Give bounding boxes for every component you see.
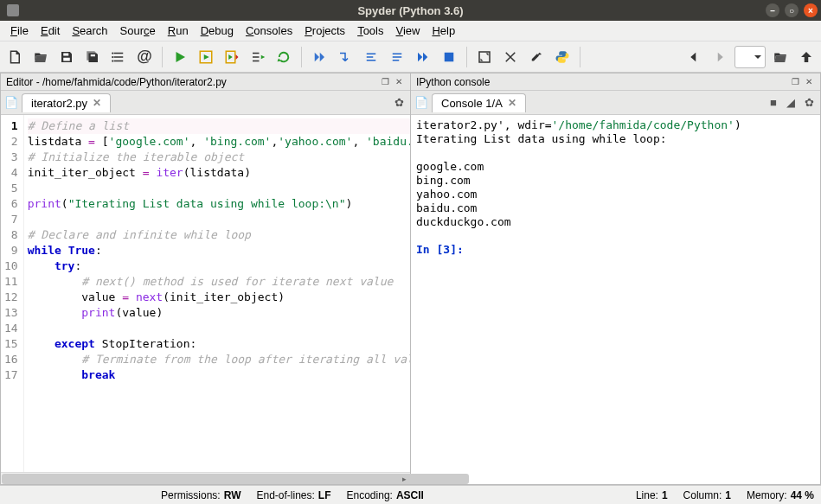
debug-stop-icon[interactable]: [438, 46, 460, 68]
outline-icon[interactable]: [107, 46, 130, 68]
col-label: Column:: [683, 489, 722, 501]
debug-into-icon[interactable]: [334, 46, 356, 68]
menu-debug[interactable]: Debug: [196, 22, 239, 39]
code-line[interactable]: # Terminate from the loop after iteratin…: [28, 352, 410, 367]
preferences-icon[interactable]: [525, 46, 548, 68]
code-line[interactable]: break: [28, 367, 410, 383]
editor-tab-label: iterator2.py: [31, 97, 87, 110]
line-number: 17: [4, 367, 18, 383]
maximize-button[interactable]: ○: [785, 3, 799, 17]
console-line: baidu.com: [416, 201, 815, 215]
menu-tools[interactable]: Tools: [352, 22, 388, 39]
code-line[interactable]: [28, 181, 410, 196]
toolbar-separator: [580, 47, 580, 67]
menu-consoles[interactable]: Consoles: [241, 22, 298, 39]
menu-source[interactable]: Source: [115, 22, 161, 39]
statusbar: Permissions: RW End-of-lines: LF Encodin…: [0, 485, 821, 504]
debug-out-icon[interactable]: [360, 46, 382, 68]
menu-file[interactable]: File: [5, 22, 34, 39]
code-line[interactable]: listdata = ['google.com', 'bing.com','ya…: [28, 134, 410, 150]
console-line: In [3]:: [416, 243, 815, 257]
interrupt-icon[interactable]: ■: [766, 96, 780, 110]
cell-icon[interactable]: @: [133, 46, 156, 68]
enc-value: ASCII: [396, 489, 424, 501]
close-tab-icon[interactable]: ✕: [93, 97, 101, 109]
console-line: Iterating List data using while loop:: [416, 132, 815, 146]
code-line[interactable]: while True:: [28, 243, 410, 258]
eol-value: LF: [318, 489, 331, 501]
code-line[interactable]: except StopIteration:: [28, 336, 410, 352]
editor-options-icon[interactable]: ✿: [391, 95, 407, 111]
code-line[interactable]: # Define a list: [28, 118, 410, 134]
menu-edit[interactable]: Edit: [35, 22, 65, 39]
pane-undock-icon[interactable]: ❐: [789, 76, 801, 88]
code-line[interactable]: value = next(init_iter_object): [28, 290, 410, 305]
editor-pane: Editor - /home/fahmida/code/Python/itera…: [0, 73, 410, 485]
menu-search[interactable]: Search: [67, 22, 112, 39]
code-editor[interactable]: 1234567891011121314151617 # Define a lis…: [1, 115, 410, 472]
maximize-icon[interactable]: [473, 46, 496, 68]
line-number: 6: [4, 196, 18, 212]
code-line[interactable]: print(value): [28, 305, 410, 321]
code-line[interactable]: [28, 321, 410, 336]
code-line[interactable]: init_iter_object = iter(listdata): [28, 165, 410, 181]
menubar: File Edit Search Source Run Debug Consol…: [0, 21, 821, 41]
open-folder-icon[interactable]: [769, 46, 792, 68]
editor-tab[interactable]: iterator2.py ✕: [22, 93, 111, 112]
menu-view[interactable]: View: [390, 22, 425, 39]
pane-close-icon[interactable]: ✕: [803, 76, 815, 88]
python-icon[interactable]: [551, 46, 574, 68]
minimize-button[interactable]: –: [766, 3, 779, 17]
code-line[interactable]: [28, 212, 410, 227]
save-icon[interactable]: [55, 46, 78, 68]
code-line[interactable]: print("Iterating List data using while l…: [28, 196, 410, 212]
code-line[interactable]: # Initialize the iterable object: [28, 150, 410, 165]
perm-label: Permissions:: [161, 489, 221, 501]
clear-icon[interactable]: ◢: [784, 96, 798, 110]
menu-run[interactable]: Run: [163, 22, 194, 39]
debug-next-icon[interactable]: [386, 46, 408, 68]
mem-label: Memory:: [747, 489, 787, 501]
titlebar: Spyder (Python 3.6) – ○ ×: [0, 0, 821, 21]
console-output[interactable]: iterator2.py', wdir='/home/fahmida/code/…: [411, 115, 820, 484]
close-tab-icon[interactable]: ✕: [508, 97, 516, 109]
back-icon[interactable]: [683, 46, 705, 68]
toolbar-separator: [301, 47, 302, 67]
run-cell-icon[interactable]: [195, 46, 217, 68]
console-line: [416, 146, 815, 160]
pane-undock-icon[interactable]: ❐: [379, 76, 391, 88]
save-all-icon[interactable]: [81, 46, 104, 68]
browse-tabs-icon[interactable]: 📄: [414, 96, 428, 109]
toolbar-separator: [162, 47, 163, 67]
horizontal-scrollbar[interactable]: ◂ ▸: [1, 472, 410, 484]
browse-tabs-icon[interactable]: 📄: [4, 96, 18, 109]
code-line[interactable]: try:: [28, 258, 410, 274]
console-tab[interactable]: Console 1/A ✕: [432, 93, 526, 112]
line-number: 15: [4, 336, 18, 352]
close-button[interactable]: ×: [804, 3, 818, 17]
open-file-icon[interactable]: [29, 46, 52, 68]
debug-step-icon[interactable]: [308, 46, 330, 68]
menu-help[interactable]: Help: [427, 22, 460, 39]
fullscreen-icon[interactable]: [499, 46, 522, 68]
restart-icon[interactable]: [273, 46, 295, 68]
line-number: 13: [4, 305, 18, 321]
console-tab-label: Console 1/A: [441, 97, 503, 110]
svg-rect-1: [63, 57, 70, 61]
code-line[interactable]: # next() method is used for iterate next…: [28, 274, 410, 290]
parent-dir-icon[interactable]: [795, 46, 818, 68]
forward-icon[interactable]: [709, 46, 731, 68]
updir-dropdown[interactable]: [734, 46, 766, 68]
console-options-icon[interactable]: ✿: [801, 95, 817, 111]
code-line[interactable]: # Declare and infinite while loop: [28, 227, 410, 243]
debug-continue-icon[interactable]: [412, 46, 434, 68]
run-icon[interactable]: [169, 46, 191, 68]
run-cell-advance-icon[interactable]: [221, 46, 243, 68]
window-title: Spyder (Python 3.6): [357, 4, 463, 17]
pane-close-icon[interactable]: ✕: [393, 76, 405, 88]
new-file-icon[interactable]: [3, 46, 26, 68]
scroll-right-icon[interactable]: ▸: [398, 473, 410, 485]
menu-projects[interactable]: Projects: [299, 22, 350, 39]
line-number: 16: [4, 352, 18, 367]
run-selection-icon[interactable]: [247, 46, 269, 68]
